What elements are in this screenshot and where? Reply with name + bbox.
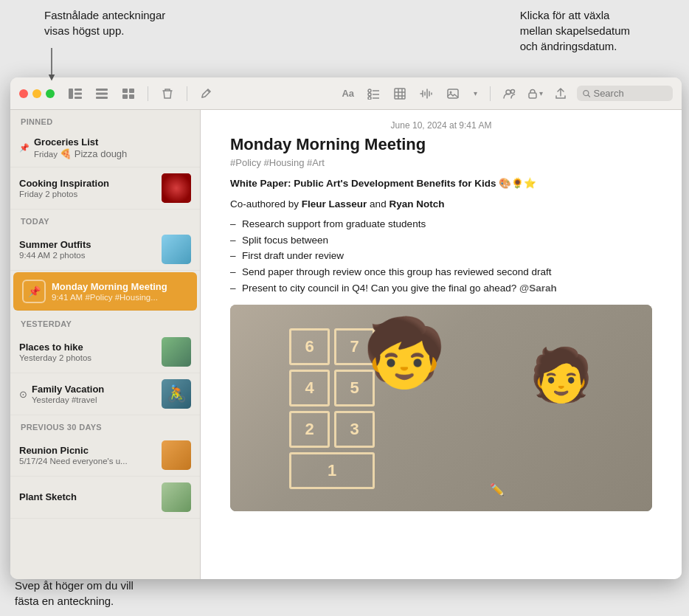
media-button[interactable] <box>443 83 463 104</box>
svg-point-12 <box>368 89 371 92</box>
svg-rect-2 <box>75 89 82 91</box>
note-meta: Yesterday 2 photos <box>19 353 156 362</box>
note-thumbnail <box>162 482 191 512</box>
bullet-3: First draft under review <box>230 248 652 264</box>
girl-figure: 🧒 <box>363 319 446 386</box>
traffic-lights <box>19 89 55 98</box>
svg-line-29 <box>588 94 590 97</box>
note-text-places: Places to hike Yesterday 2 photos <box>19 342 156 362</box>
svg-rect-27 <box>529 93 536 98</box>
note-title: Plant Sketch <box>19 491 156 502</box>
gallery-view-button[interactable] <box>118 83 139 104</box>
svg-rect-6 <box>96 92 108 94</box>
svg-rect-1 <box>69 89 73 99</box>
list-item[interactable]: Plant Sketch <box>10 477 200 519</box>
hopscotch-scene: 6 7 4 5 2 3 1 🧒 🧑 ✏️ <box>230 305 652 511</box>
pizza-icon: 🍕 Pizza dough <box>60 148 127 159</box>
note-date[interactable]: June 10, 2024 at 9:41 AM <box>201 110 682 135</box>
share-people-button[interactable] <box>499 83 520 104</box>
note-thumbnail <box>162 173 191 203</box>
export-button[interactable] <box>550 83 571 104</box>
note-meta: 5/17/24 Need everyone's u... <box>19 457 156 466</box>
minimize-button[interactable] <box>32 89 41 98</box>
note-title-main: Monday Morning Meeting <box>201 135 682 154</box>
boy-figure: 🧑 <box>529 349 593 401</box>
sidebar: Pinned 📌 Groceries List Friday 🍕 Pizza d… <box>10 110 201 579</box>
compose-button[interactable] <box>196 83 217 104</box>
note-text-summer: Summer Outfits 9:44 AM 2 photos <box>19 239 156 260</box>
list-item[interactable]: ⊙ Family Vacation Yesterday #travel 🚴 <box>10 373 200 415</box>
svg-point-16 <box>368 97 371 100</box>
svg-point-26 <box>511 89 515 93</box>
list-item[interactable]: Places to hike Yesterday 2 photos <box>10 331 200 373</box>
svg-rect-9 <box>129 89 134 93</box>
chalk-numbers: 6 7 4 5 2 3 1 <box>289 328 375 489</box>
toolbar-separator-2 <box>187 86 187 101</box>
bullet-4: Send paper through review once this grou… <box>230 264 652 280</box>
note-text-plant: Plant Sketch <box>19 491 156 503</box>
list-item[interactable]: Summer Outfits 9:44 AM 2 photos <box>10 229 200 271</box>
note-title: Reunion Picnic <box>19 445 156 456</box>
svg-rect-7 <box>96 97 108 99</box>
note-title: Monday Morning Meeting <box>52 281 188 292</box>
note-meta: Friday 2 photos <box>19 190 156 198</box>
note-text-reunion: Reunion Picnic 5/17/24 Need everyone's u… <box>19 445 156 466</box>
svg-rect-10 <box>122 94 128 99</box>
format-button[interactable]: Aa <box>339 83 357 104</box>
note-title: Family Vacation <box>32 384 156 395</box>
titlebar: Aa ▾ ▾ <box>10 77 682 110</box>
search-icon <box>583 89 590 98</box>
annotation-top-left: Fastnålade anteckningar visas högst upp. <box>44 7 165 38</box>
search-box[interactable] <box>577 86 673 101</box>
fullscreen-button[interactable] <box>46 89 55 98</box>
table-button[interactable] <box>389 83 410 104</box>
delete-button[interactable] <box>157 83 178 104</box>
list-view-button[interactable] <box>91 83 112 104</box>
note-title: Summer Outfits <box>19 239 156 250</box>
svg-rect-18 <box>395 89 405 99</box>
list-item[interactable]: Reunion Picnic 5/17/24 Need everyone's u… <box>10 435 200 477</box>
waveform-button[interactable] <box>416 83 437 104</box>
pin-badge: 📌 <box>22 280 46 303</box>
list-item[interactable]: Cooking Inspiration Friday 2 photos <box>10 167 200 210</box>
note-meta: 9:44 AM 2 photos <box>19 251 156 260</box>
bullet-2: Split focus between <box>230 232 652 249</box>
bullet-5: Present to city council in Q4! Can you g… <box>230 280 652 297</box>
close-button[interactable] <box>19 89 28 98</box>
sidebar-toggle-button[interactable] <box>65 83 86 104</box>
list-item[interactable]: 📌 Monday Morning Meeting 9:41 AM #Policy… <box>13 272 197 311</box>
note-thumbnail <box>162 337 191 367</box>
checklist-button[interactable] <box>363 83 384 104</box>
svg-rect-8 <box>122 89 128 93</box>
search-input[interactable] <box>593 88 667 99</box>
note-meta: 9:41 AM #Policy #Housing... <box>52 293 188 302</box>
previous30-section-header: Previous 30 Days <box>10 415 200 435</box>
bullet-1: Research support from graduate students <box>230 216 652 232</box>
toolbar-separator-1 <box>148 86 148 101</box>
note-text-family: Family Vacation Yesterday #travel <box>32 384 156 404</box>
note-body: White Paper: Public Art's Development Be… <box>201 176 682 296</box>
note-meta: Yesterday #travel <box>32 395 156 404</box>
svg-rect-3 <box>75 92 82 94</box>
yesterday-section-header: Yesterday <box>10 312 200 331</box>
lock-button[interactable]: ▾ <box>526 83 544 104</box>
note-image: 6 7 4 5 2 3 1 🧒 🧑 ✏️ <box>230 305 652 511</box>
note-tags: #Policy #Housing #Art <box>201 157 682 168</box>
body-title: White Paper: Public Art's Development Be… <box>230 178 536 189</box>
note-content: June 10, 2024 at 9:41 AM Monday Morning … <box>201 110 682 579</box>
toolbar-separator-3 <box>490 86 491 101</box>
note-thumbnail: 🚴 <box>162 379 191 409</box>
annotation-bottom-left: Svep åt höger om du vill fästa en anteck… <box>15 578 134 609</box>
annotation-top-right: Klicka för att växla mellan skapelsedatu… <box>520 7 630 54</box>
arrow-top-left <box>44 44 59 81</box>
note-title: Cooking Inspiration <box>19 178 156 189</box>
list-item[interactable]: 📌 Groceries List Friday 🍕 Pizza dough <box>10 129 200 167</box>
svg-point-14 <box>368 93 371 96</box>
today-section-header: Today <box>10 210 200 229</box>
note-title: Groceries List <box>34 136 191 148</box>
note-meta: Friday 🍕 Pizza dough <box>34 148 191 159</box>
media-dropdown-button[interactable]: ▾ <box>469 83 481 104</box>
note-thumbnail <box>162 440 191 470</box>
note-text-cooking: Cooking Inspiration Friday 2 photos <box>19 178 156 198</box>
note-text-monday: Monday Morning Meeting 9:41 AM #Policy #… <box>52 281 188 302</box>
